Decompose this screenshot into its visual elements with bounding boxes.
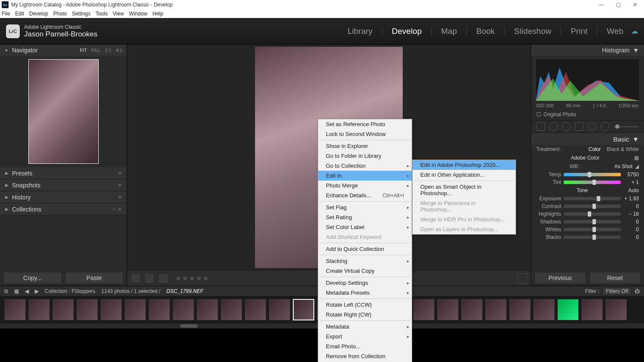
blacks-slider[interactable] [564, 235, 621, 239]
panel-collections[interactable]: ▶Collections−+ [0, 203, 127, 215]
menu-item[interactable]: Photo Merge [318, 181, 412, 190]
module-map[interactable]: Map [441, 27, 457, 36]
filmstrip-thumb[interactable] [221, 299, 242, 320]
treatment-color[interactable]: Color [589, 146, 601, 152]
menu-window[interactable]: Window [129, 11, 148, 17]
highlights-slider[interactable] [564, 212, 621, 216]
chevron-down-icon[interactable]: ▼ [633, 47, 639, 54]
navigator-preview[interactable] [0, 56, 127, 167]
module-library[interactable]: Library [348, 27, 373, 36]
panel-presets[interactable]: ▶Presets+ [0, 167, 127, 179]
context-submenu-edit-in[interactable]: Edit in Adobe Photoshop 2020...Edit in O… [412, 160, 516, 235]
menu-item[interactable]: Go to Folder in Library [318, 151, 412, 161]
crop-tool[interactable] [536, 122, 545, 131]
menu-view[interactable]: View [113, 11, 124, 17]
checkbox-icon[interactable]: ☐ [536, 112, 541, 118]
menu-item[interactable]: Rotate Right (CW) [318, 310, 412, 320]
menu-item[interactable]: Set Color Label [318, 222, 412, 232]
zoom-fill[interactable]: FILL [91, 48, 100, 53]
menu-photo[interactable]: Photo [53, 11, 67, 17]
module-print[interactable]: Print [571, 27, 587, 36]
menu-item[interactable]: Enhance Details...Ctrl+Alt+I [318, 190, 412, 200]
panel-snapshots[interactable]: ▶Snapshots+ [0, 179, 127, 191]
wb-value[interactable]: As Shot [614, 163, 632, 169]
menu-item[interactable]: Rotate Left (CCW) [318, 300, 412, 310]
redeye-tool[interactable] [562, 122, 571, 131]
menu-item[interactable]: Export [318, 332, 412, 341]
nav-fwd-icon[interactable]: ▶ [35, 288, 39, 294]
previous-button[interactable]: Previous [535, 272, 586, 284]
module-book[interactable]: Book [476, 27, 495, 36]
menu-item[interactable]: Show in Explorer [318, 141, 412, 151]
minimize-button[interactable]: — [599, 2, 604, 8]
zoom-4:1[interactable]: 4:1 [116, 48, 122, 53]
module-slideshow[interactable]: Slideshow [514, 27, 552, 36]
menu-item[interactable]: Set Rating [318, 212, 412, 222]
filmstrip-thumb[interactable] [52, 299, 74, 320]
temp-slider[interactable] [564, 173, 621, 176]
panel-action[interactable]: − [112, 206, 116, 212]
menu-item[interactable]: Set Flag [318, 202, 412, 212]
tint-value[interactable]: + 1 [623, 179, 639, 185]
menu-item[interactable]: Go to Collection [318, 161, 412, 171]
auto-button[interactable]: Auto [628, 187, 639, 193]
menu-item[interactable]: Metadata Presets [318, 288, 412, 298]
module-web[interactable]: Web [607, 27, 623, 36]
grid-icon[interactable]: ▦ [634, 155, 639, 161]
contrast-value[interactable]: 0 [623, 203, 639, 209]
menu-item[interactable]: Create Virtual Copy [318, 266, 412, 276]
filmstrip-thumb[interactable] [4, 299, 26, 320]
panel-action[interactable]: + [118, 170, 122, 176]
compare-button[interactable] [158, 273, 168, 284]
profile-value[interactable]: Adobe Color [571, 155, 600, 161]
collection-label[interactable]: Collection : FStoppers [45, 288, 95, 294]
panel-history[interactable]: ▶History× [0, 191, 127, 203]
grid-icon[interactable]: ▦ [14, 288, 19, 294]
menu-item[interactable]: Open as Smart Object in Photoshop... [413, 182, 516, 198]
filmstrip-thumb[interactable] [149, 299, 170, 320]
filmstrip-thumb[interactable] [461, 299, 483, 320]
menu-tools[interactable]: Tools [96, 11, 108, 17]
shadows-value[interactable]: 0 [623, 219, 639, 225]
chevron-down-icon[interactable]: ▼ [632, 136, 639, 143]
close-button[interactable]: ✕ [633, 2, 637, 8]
filmstrip-thumb[interactable] [509, 299, 531, 320]
blacks-value[interactable]: 0 [623, 234, 639, 240]
menu-item[interactable]: Metadata [318, 322, 412, 332]
radial-filter-tool[interactable] [588, 122, 596, 131]
filmstrip-thumb[interactable] [245, 299, 266, 320]
menu-item[interactable]: Set as Reference Photo [318, 119, 412, 129]
menubar[interactable]: FileEditDevelopPhotoSettingsToolsViewWin… [0, 9, 644, 18]
paste-button[interactable]: Paste [65, 272, 124, 284]
filmstrip-thumb[interactable] [125, 299, 146, 320]
contrast-slider[interactable] [564, 205, 621, 208]
filmstrip-thumb[interactable] [269, 299, 290, 320]
zoom-1:1[interactable]: 1:1 [105, 48, 111, 53]
navigator-zoom-levels[interactable]: FITFILL1:14:1 [80, 48, 122, 53]
filmstrip-thumb[interactable] [76, 299, 98, 320]
menu-settings[interactable]: Settings [72, 11, 90, 17]
menu-item[interactable]: Lock to Second Window [318, 129, 412, 139]
menu-item[interactable]: Email Photo... [318, 341, 412, 351]
filmstrip-thumb[interactable] [605, 299, 627, 320]
exposure-slider[interactable] [564, 197, 621, 200]
grad-filter-tool[interactable] [575, 122, 583, 131]
menu-item[interactable]: Remove from Collection [318, 351, 412, 361]
filmstrip-thumb[interactable] [533, 299, 555, 320]
copy-button[interactable]: Copy... [3, 272, 62, 284]
menu-help[interactable]: Help [152, 11, 163, 17]
brush-tool[interactable] [601, 122, 609, 131]
whites-value[interactable]: 0 [623, 226, 639, 232]
module-picker[interactable]: LibraryDevelopMapBookSlideshowPrintWeb [348, 27, 624, 36]
second-window-icon[interactable]: ⧉ [4, 288, 8, 294]
nav-back-icon[interactable]: ◀ [25, 288, 29, 294]
filter-dropdown[interactable]: Filters Off [603, 287, 631, 295]
menu-item[interactable]: Edit in Other Application... [413, 170, 516, 180]
shadows-slider[interactable] [564, 220, 621, 223]
tool-slider[interactable] [614, 126, 639, 127]
menu-item[interactable]: Develop Settings [318, 278, 412, 288]
context-menu[interactable]: Set as Reference PhotoLock to Second Win… [318, 119, 412, 362]
menu-edit[interactable]: Edit [15, 11, 24, 17]
panel-action[interactable]: + [118, 182, 122, 188]
menu-item[interactable]: Edit in Adobe Photoshop 2020... [413, 160, 516, 170]
